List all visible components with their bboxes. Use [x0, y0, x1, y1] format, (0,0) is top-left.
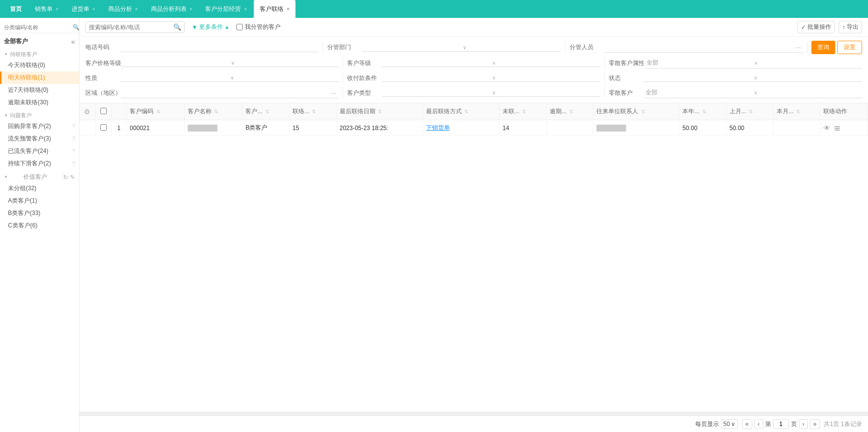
filter-nature-select[interactable]: ∨ [120, 74, 339, 82]
th-settings: ⚙ [79, 103, 95, 120]
sidebar-search-input[interactable] [4, 24, 72, 30]
value-refresh-icon[interactable]: ↻ [63, 174, 68, 181]
search-input-wrap: 🔍 [85, 21, 185, 33]
filter-more-btn[interactable]: ▼ 更多条件 ▲ [189, 21, 232, 33]
th-type[interactable]: 客户... ⇅ [242, 103, 289, 120]
td-type: B类客户 [242, 120, 289, 136]
close-purchase-icon[interactable]: × [92, 6, 95, 12]
filter-phone-input[interactable] [120, 43, 319, 52]
sidebar-item-tomorrow[interactable]: 明天待联络(1) [0, 72, 79, 84]
th-no-contact[interactable]: 未联... ⇅ [500, 103, 547, 120]
th-last-month[interactable]: 上月... ⇅ [726, 103, 773, 120]
page-size-box[interactable]: 50 ∨ [721, 419, 738, 429]
filter-payment: 收付款条件 ∨ [347, 74, 600, 82]
this-month-sort-icon: ⇅ [796, 109, 800, 114]
select-all-checkbox[interactable] [100, 108, 107, 114]
th-last-contact-date[interactable]: 最后联络日期 ⇅ [336, 103, 423, 120]
contacts-sort-icon: ⇅ [312, 109, 316, 114]
type-sort-icon: ⇅ [265, 109, 269, 114]
filter-dept: 分管部门 ∨ [327, 43, 561, 52]
nav-customer-contact[interactable]: 客户联络 × [254, 0, 295, 18]
sidebar-item-ungrouped[interactable]: 未分组(32) [0, 182, 79, 195]
sidebar-item-today[interactable]: 今天待联络(0) [0, 59, 79, 72]
region-ellipsis-icon[interactable]: ··· [331, 89, 337, 97]
my-customers-checkbox[interactable] [236, 24, 243, 30]
sidebar-item-c-class[interactable]: C类客户(6) [0, 219, 79, 232]
th-unit-contact[interactable]: 往来单位联系人 ⇅ [593, 103, 679, 120]
filter-retail-attr-select[interactable]: 全部 ∨ [645, 58, 862, 69]
nav-goods-analysis-list[interactable]: 商品分析列表 × [145, 0, 199, 18]
th-name[interactable]: 客户名称 ⇅ [184, 103, 242, 120]
sidebar-item-overdue[interactable]: 逾期未联络(30) [0, 96, 79, 109]
batch-op-button[interactable]: ✓ 批量操作 [797, 21, 835, 33]
hscroll-bar[interactable] [79, 412, 868, 416]
sidebar-item-repurchase-abnormal[interactable]: 回购异常客户(2)? [0, 120, 79, 133]
filter-retail: 零散客户 全部 ∨ [609, 87, 862, 98]
filter-phone: 电话号码 [85, 43, 319, 52]
my-customers-check[interactable]: 我分管的客户 [236, 23, 281, 31]
sidebar-item-declining[interactable]: 持续下滑客户(2)? [0, 157, 79, 170]
nav-home[interactable]: 首页 [4, 0, 28, 18]
nature-arrow-icon: ∨ [230, 75, 337, 80]
filter-dept-select[interactable]: ∨ [362, 44, 561, 52]
sidebar-all-customers[interactable]: 全部客户 « [0, 35, 79, 48]
nav-purchase[interactable]: 进货单 × [66, 0, 101, 18]
filter-price-level-select[interactable]: ∨ [121, 59, 339, 67]
close-goods-analysis-list-icon[interactable]: × [190, 6, 193, 12]
export-icon: ↑ [842, 24, 845, 31]
close-customer-contact-icon[interactable]: × [287, 6, 289, 12]
th-code[interactable]: 客户编码 ⇅ [127, 103, 185, 120]
table-row: 1 000021 B类客户 15 2023-05-23 18:25: 下销货单 … [79, 120, 868, 136]
th-index [111, 103, 127, 120]
filter-payment-select[interactable]: ∨ [382, 74, 600, 82]
filter-price-level: 客户价格等级 ∨ [85, 59, 339, 68]
td-contacts: 15 [289, 120, 337, 136]
search-input[interactable] [89, 24, 171, 31]
filter-customer-level-select[interactable]: ∨ [382, 59, 600, 67]
query-button[interactable]: 查询 [811, 41, 835, 54]
reset-button[interactable]: 设置 [837, 41, 862, 54]
nav-goods-analysis[interactable]: 商品分析 × [102, 0, 144, 18]
sidebar-item-week[interactable]: 近7天待联络(0) [0, 84, 79, 96]
th-overdue[interactable]: 逾期... ⇅ [546, 103, 593, 120]
search-icon[interactable]: 🔍 [173, 23, 181, 31]
sidebar-item-churn-warning[interactable]: 流失预警客户(3)? [0, 133, 79, 145]
last-page-button[interactable]: » [810, 419, 820, 429]
sidebar-item-a-class[interactable]: A类客户(1) [0, 195, 79, 207]
value-edit-icon[interactable]: ✎ [70, 174, 75, 181]
sidebar-collapse-icon[interactable]: « [71, 38, 75, 46]
prev-page-button[interactable]: ‹ [754, 419, 763, 429]
row-checkbox[interactable] [100, 124, 107, 131]
customer-table: ⚙ 客户编码 ⇅ 客户名称 ⇅ [79, 103, 868, 136]
overdue-sort-icon: ⇅ [569, 109, 573, 114]
th-last-contact-method[interactable]: 最后联络方式 ⇅ [423, 103, 499, 120]
close-customer-layer-icon[interactable]: × [244, 6, 247, 12]
th-this-year[interactable]: 本年... ⇅ [679, 103, 726, 120]
nav-sales[interactable]: 销售单 × [29, 0, 65, 18]
contact-method-link[interactable]: 下销货单 [426, 124, 450, 131]
page-number-input[interactable] [773, 419, 789, 429]
nav-customer-layer[interactable]: 客户分层经营 × [199, 0, 253, 18]
td-this-year: 50.00 [679, 120, 726, 136]
sidebar-item-churned[interactable]: 已流失客户(24)? [0, 145, 79, 157]
sidebar-item-b-class[interactable]: B类客户(33) [0, 207, 79, 219]
person-ellipsis-icon[interactable]: ··· [795, 43, 801, 51]
export-button[interactable]: ↑ 导出 [839, 21, 862, 33]
table-settings-icon[interactable]: ⚙ [84, 108, 90, 116]
filter-customer-type-select[interactable]: ∨ [382, 89, 600, 97]
filter-retail-attr: 零散客户属性 全部 ∨ [609, 58, 862, 69]
th-this-month[interactable]: 本月... ⇅ [773, 103, 820, 120]
close-goods-analysis-icon[interactable]: × [135, 6, 138, 12]
next-page-button[interactable]: › [799, 419, 808, 429]
close-sales-icon[interactable]: × [56, 6, 59, 12]
action-grid-icon[interactable]: ⊞ [834, 124, 840, 132]
customer-level-arrow-icon: ∨ [492, 60, 598, 66]
filter-status-select[interactable]: ∨ [644, 74, 862, 82]
sidebar-search-icon[interactable]: 🔍 [72, 24, 79, 31]
filter-retail-select[interactable]: 全部 ∨ [644, 87, 862, 98]
total-info: 共1页 1条记录 [824, 420, 862, 429]
action-eye-icon[interactable]: 👁 [823, 124, 830, 132]
first-page-button[interactable]: « [742, 419, 752, 429]
retail-attr-arrow-icon: ∨ [754, 60, 860, 66]
th-contacts[interactable]: 联络... ⇅ [289, 103, 337, 120]
